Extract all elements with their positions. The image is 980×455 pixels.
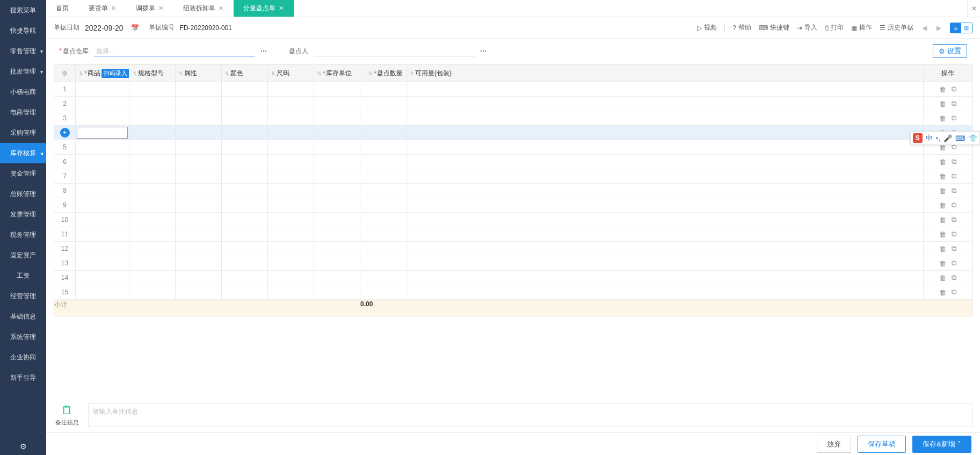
copy-row-icon[interactable]: ⧉ — [952, 288, 956, 297]
cell-c-spec[interactable] — [129, 82, 176, 96]
remark-input[interactable] — [88, 403, 972, 427]
calendar-icon[interactable]: 📅 — [131, 24, 139, 32]
sidebar-item-ecommerce[interactable]: 电商管理 — [0, 102, 46, 122]
cell-c-attr[interactable] — [176, 256, 222, 270]
cell-c-attr[interactable] — [176, 227, 222, 241]
sidebar-item-invoice[interactable]: 发票管理 — [0, 204, 46, 225]
sidebar-item-tax[interactable]: 税务管理 — [0, 225, 46, 245]
cell-c-color[interactable] — [222, 155, 268, 169]
sidebar-settings[interactable]: ⚙ — [0, 438, 46, 455]
settings-button[interactable]: ⚙设置 — [933, 44, 967, 58]
view-toggle[interactable]: ≡ ▥ — [950, 23, 972, 33]
cell-c-qty[interactable] — [360, 285, 406, 299]
add-row-icon[interactable]: + — [60, 128, 70, 138]
cell-c-attr[interactable] — [176, 169, 222, 183]
cell-c-attr[interactable] — [176, 285, 222, 299]
copy-row-icon[interactable]: ⧉ — [952, 85, 956, 93]
sidebar-item-wholesale[interactable]: 批发管理▾ — [0, 61, 46, 82]
tab-transfer[interactable]: 调拨单✕ — [126, 0, 173, 17]
close-icon[interactable]: ✕ — [279, 5, 284, 12]
cell-c-color[interactable] — [222, 111, 268, 125]
col-spec[interactable]: ⇅规格型号 — [129, 65, 176, 82]
table-row[interactable]: 9🗑⧉ — [54, 198, 972, 213]
sidebar-item-funds[interactable]: 资金管理 — [0, 163, 46, 184]
cell-c-spec[interactable] — [129, 227, 176, 241]
cell-c-qty[interactable] — [360, 213, 406, 227]
cell-c-attr[interactable] — [176, 82, 222, 96]
cell-c-size[interactable] — [268, 111, 314, 125]
table-row[interactable]: 13🗑⧉ — [54, 256, 972, 271]
cell-c-avail[interactable] — [406, 242, 924, 256]
toolbar-operate[interactable]: ▦操作 — [851, 23, 872, 32]
col-config[interactable]: ⚙ — [54, 65, 76, 82]
tabs-close-all[interactable]: ✕ — [967, 0, 980, 17]
product-input[interactable] — [77, 127, 128, 139]
cell-c-color[interactable] — [222, 256, 268, 270]
warehouse-input[interactable] — [94, 46, 255, 56]
tab-home[interactable]: 首页 — [46, 0, 79, 17]
cell-c-color[interactable] — [222, 271, 268, 285]
cell-c-avail[interactable] — [406, 285, 924, 299]
cell-c-color[interactable] — [222, 213, 268, 227]
cell-c-color[interactable] — [222, 140, 268, 154]
cell-c-avail[interactable] — [406, 155, 924, 169]
ime-toolbar[interactable]: S 中 •, 🎤 ⌨ 👕 — [910, 131, 980, 145]
col-qty[interactable]: ⇅*盘点数量 — [360, 65, 406, 82]
cell-c-qty[interactable] — [360, 184, 406, 198]
cell-c-attr[interactable] — [176, 97, 222, 111]
copy-row-icon[interactable]: ⧉ — [952, 273, 956, 282]
tab-partial-count[interactable]: 分量盘点单✕ — [234, 0, 294, 17]
cell-c-product[interactable] — [76, 198, 129, 212]
cell-c-spec[interactable] — [129, 285, 176, 299]
delete-row-icon[interactable]: 🗑 — [939, 187, 946, 195]
delete-row-icon[interactable]: 🗑 — [939, 245, 946, 253]
cell-c-size[interactable] — [268, 97, 314, 111]
cell-c-attr[interactable] — [176, 213, 222, 227]
sidebar-item-search-menu[interactable]: 搜索菜单 — [0, 0, 46, 20]
cell-c-spec[interactable] — [129, 184, 176, 198]
copy-row-icon[interactable]: ⧉ — [952, 114, 956, 122]
cell-c-color[interactable] — [222, 198, 268, 212]
ime-punct-icon[interactable]: •, — [936, 134, 940, 142]
toolbar-next[interactable]: ▶ — [935, 24, 942, 32]
cell-c-avail[interactable] — [406, 82, 924, 96]
cell-c-product[interactable] — [76, 82, 129, 96]
cell-c-attr[interactable] — [176, 111, 222, 125]
cell-c-unit[interactable] — [314, 242, 360, 256]
toolbar-history[interactable]: ☰历史单据 — [880, 23, 913, 32]
toolbar-prev[interactable]: ◀ — [921, 24, 928, 32]
table-row[interactable]: 1🗑⧉ — [54, 82, 972, 97]
col-unit[interactable]: ⇅*库存单位 — [314, 65, 360, 82]
save-new-button[interactable]: 保存&新增˄ — [912, 436, 971, 453]
ime-keyboard-icon[interactable]: ⌨ — [955, 134, 966, 142]
cell-c-color[interactable] — [222, 126, 268, 140]
cell-c-color[interactable] — [222, 285, 268, 299]
cell-c-size[interactable] — [268, 82, 314, 96]
sidebar-item-xiaochang[interactable]: 小畅电商 — [0, 82, 46, 102]
toolbar-help[interactable]: ?帮助 — [732, 23, 751, 32]
save-draft-button[interactable]: 保存草稿 — [858, 436, 906, 453]
cell-c-spec[interactable] — [129, 155, 176, 169]
cell-c-size[interactable] — [268, 213, 314, 227]
warehouse-lookup-icon[interactable]: ⋯ — [260, 47, 267, 55]
counter-lookup-icon[interactable]: ⋯ — [480, 47, 487, 55]
cell-c-product[interactable] — [76, 242, 129, 256]
table-row[interactable]: 10🗑⧉ — [54, 213, 972, 227]
cell-c-avail[interactable] — [406, 213, 924, 227]
toolbar-print[interactable]: ⎙打印 — [825, 23, 844, 32]
cell-c-product[interactable] — [76, 126, 129, 140]
sidebar-item-assets[interactable]: 固定资产 — [0, 245, 46, 265]
sidebar-item-collab[interactable]: 企业协同 — [0, 347, 46, 367]
sidebar-item-inventory[interactable]: 库存核算◂ — [0, 143, 46, 163]
cell-c-qty[interactable] — [360, 126, 406, 140]
cell-c-avail[interactable] — [406, 256, 924, 270]
cell-c-product[interactable] — [76, 169, 129, 183]
cell-c-spec[interactable] — [129, 198, 176, 212]
sidebar-item-quicknav[interactable]: 快捷导航 — [0, 20, 46, 41]
toolbar-video[interactable]: ▷视频 — [697, 23, 717, 32]
ime-mic-icon[interactable]: 🎤 — [943, 134, 952, 142]
cell-c-attr[interactable] — [176, 198, 222, 212]
cell-c-spec[interactable] — [129, 213, 176, 227]
discard-button[interactable]: 放弃 — [817, 436, 851, 453]
col-size[interactable]: ⇅尺码 — [268, 65, 314, 82]
